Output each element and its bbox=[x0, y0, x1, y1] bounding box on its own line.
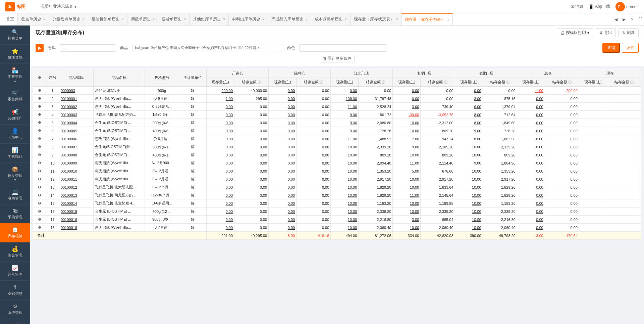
cell-fj-qty[interactable]: 0.00 bbox=[207, 151, 234, 159]
setting-btn[interactable]: 设置 bbox=[622, 43, 639, 53]
cell-na-qty[interactable]: 0.00 bbox=[393, 95, 421, 103]
cell-cc-qty[interactable]: 0.00 bbox=[269, 183, 297, 191]
cell-code[interactable]: 00100009 bbox=[59, 159, 93, 167]
company-selector[interactable]: 母婴行业演示陈套 ▾ bbox=[41, 4, 76, 9]
tab-inventory-check[interactable]: 盘点单历史 × bbox=[18, 13, 49, 26]
sidebar-item-wholesale[interactable]: 📦 批发管理 ▼ bbox=[0, 163, 30, 185]
cell-fj-qty[interactable]: 0.00 bbox=[207, 127, 234, 135]
cell-jb-qty[interactable]: 10.00 bbox=[331, 199, 359, 207]
sidebar-item-finance[interactable]: 💰 资金管理 bbox=[0, 242, 30, 262]
cell-fj-qty[interactable]: 0.00 bbox=[207, 183, 234, 191]
close-icon[interactable]: × bbox=[345, 17, 347, 21]
cell-zc-qty[interactable]: 0.00 bbox=[517, 127, 545, 135]
close-icon[interactable]: × bbox=[262, 17, 264, 21]
sidebar-item-search[interactable]: 🔍 搜索英单 bbox=[0, 26, 30, 45]
cell-settings[interactable]: ⚙ bbox=[33, 216, 46, 224]
cell-jb-qty[interactable]: 10.00 bbox=[331, 207, 359, 216]
tab-assemble[interactable]: 组装拆卸单历史 × bbox=[88, 13, 127, 26]
cell-code[interactable]: 00100003 bbox=[59, 111, 93, 119]
cell-yb-qty[interactable]: 10.00 bbox=[455, 175, 483, 183]
info-icon[interactable]: ⓘ bbox=[568, 80, 572, 84]
cell-na-qty[interactable]: 10.00 bbox=[393, 151, 421, 159]
cell-na-qty[interactable]: 10.00 bbox=[393, 175, 421, 183]
cell-fj-qty[interactable]: 0.00 bbox=[207, 119, 234, 127]
cell-cc-qty[interactable]: 0.00 bbox=[269, 111, 297, 119]
tab-material-out[interactable]: 材料出库单历史 × bbox=[229, 13, 268, 26]
cell-fj-qty[interactable]: 0.00 bbox=[207, 167, 234, 175]
info-icon[interactable]: ⓘ bbox=[506, 80, 509, 84]
sidebar-item-basics[interactable]: ℹ 基础信息 bbox=[0, 281, 30, 300]
cell-na-qty[interactable]: 11.00 bbox=[393, 159, 421, 167]
tab-home[interactable]: 首页 bbox=[3, 13, 18, 26]
cell-code[interactable]: 00100004 bbox=[59, 119, 93, 127]
cell-cc-qty[interactable]: 0.00 bbox=[269, 119, 297, 127]
cell-zc-qty[interactable]: 0.00 bbox=[517, 135, 545, 143]
cell-yb-qty[interactable]: 10.00 bbox=[455, 207, 483, 216]
cell-jb-qty[interactable]: 11.00 bbox=[331, 135, 359, 143]
cell-jb-qty[interactable]: 10.00 bbox=[331, 216, 359, 224]
cell-cc-qty[interactable]: 0.00 bbox=[269, 159, 297, 167]
cell-settings[interactable]: ⚙ bbox=[33, 103, 46, 111]
tab-requisition[interactable]: 要货单历史 × bbox=[158, 13, 190, 26]
cell-fj-qty[interactable]: 0.00 bbox=[207, 216, 234, 224]
settings-icon[interactable]: ⚙ bbox=[38, 76, 41, 80]
next-tab-btn[interactable]: ▶ bbox=[620, 13, 628, 26]
cell-jb-qty[interactable]: 11.00 bbox=[331, 103, 359, 111]
cell-settings[interactable]: ⚙ bbox=[33, 191, 46, 199]
cell-yb-qty[interactable]: 0.00 bbox=[455, 87, 483, 95]
cell-na-qty[interactable]: 3.00 bbox=[393, 216, 421, 224]
filter-expand-btn[interactable]: ▶ bbox=[36, 44, 44, 52]
cell-fj-qty[interactable]: 0.00 bbox=[207, 135, 234, 143]
cell-na-qty[interactable]: 10.00 bbox=[393, 224, 421, 232]
cell-settings[interactable]: ⚙ bbox=[33, 95, 46, 103]
cell-settings[interactable]: ⚙ bbox=[33, 151, 46, 159]
cell-settings[interactable]: ⚙ bbox=[33, 207, 46, 216]
cell-fj-qty[interactable]: 0.00 bbox=[207, 103, 234, 111]
cell-settings[interactable]: ⚙ bbox=[33, 111, 46, 119]
cell-cc-qty[interactable]: 0.00 bbox=[269, 207, 297, 216]
cell-fj-qty[interactable]: 1.00 bbox=[207, 95, 234, 103]
th-settings[interactable]: ⚙ bbox=[33, 69, 46, 87]
close-icon[interactable]: × bbox=[153, 17, 155, 21]
cell-zc-qty[interactable]: 0.00 bbox=[517, 191, 545, 199]
expand-conditions-btn[interactable]: ⊞ 展开更多条件 bbox=[320, 55, 355, 62]
close-icon[interactable]: × bbox=[184, 17, 186, 21]
cell-settings[interactable]: ⚙ bbox=[33, 127, 46, 135]
sidebar-item-operations[interactable]: 📈 经营管理 bbox=[0, 262, 30, 281]
cell-zc-qty[interactable]: 0.00 bbox=[517, 175, 545, 183]
cell-code[interactable]: 00100016 bbox=[59, 216, 93, 224]
cell-yb-qty[interactable]: 8.00 bbox=[455, 119, 483, 127]
cell-jb-qty[interactable]: 10.00 bbox=[331, 175, 359, 183]
cell-yb-qty[interactable]: 10.00 bbox=[455, 216, 483, 224]
info-icon[interactable]: ⓘ bbox=[382, 80, 385, 84]
cell-code[interactable]: 00100018 bbox=[59, 224, 93, 232]
cell-yb-qty[interactable]: 10.00 bbox=[455, 151, 483, 159]
cell-settings[interactable]: ⚙ bbox=[33, 167, 46, 175]
cell-yb-qty[interactable]: 3.00 bbox=[455, 95, 483, 103]
table-container[interactable]: ⚙ 序号 商品编码 商品名称 规格型号 主计量单位 厂家仓 陈村仓 江北门店 南… bbox=[30, 66, 644, 324]
close-icon[interactable]: × bbox=[83, 17, 85, 21]
cell-fj-qty[interactable]: 0.00 bbox=[207, 143, 234, 151]
cell-code[interactable]: 00100001 bbox=[59, 95, 93, 103]
cell-na-qty[interactable]: -39.00 bbox=[393, 111, 421, 119]
cell-code[interactable]: 00100015 bbox=[59, 207, 93, 216]
cell-jb-qty[interactable]: 10.00 bbox=[331, 151, 359, 159]
tab-transfer[interactable]: 调拨单历史 × bbox=[127, 13, 159, 26]
cell-code[interactable]: 00100008 bbox=[59, 151, 93, 159]
close-icon[interactable]: × bbox=[43, 17, 45, 21]
cell-cc-qty[interactable]: 0.00 bbox=[269, 216, 297, 224]
cell-yb-qty[interactable]: 8.00 bbox=[455, 111, 483, 119]
sidebar-item-retail-mgmt[interactable]: 🏪 零售管理 ▲ bbox=[0, 64, 30, 86]
tab-outbound-other[interactable]: 其他出库单历史 × bbox=[190, 13, 229, 26]
cell-jb-qty[interactable]: 0.00 bbox=[331, 87, 359, 95]
sidebar-item-retail-stats[interactable]: 📊 零售统计 bbox=[0, 144, 30, 163]
cell-zc-qty[interactable]: 0.00 bbox=[517, 216, 545, 224]
print-btn[interactable]: 🖨 按模版打印 ▾ bbox=[557, 28, 593, 37]
cell-cc-qty[interactable]: 0.00 bbox=[269, 127, 297, 135]
cell-code[interactable]: 00100013 bbox=[59, 191, 93, 199]
close-icon[interactable]: × bbox=[396, 17, 398, 21]
cell-zc-qty[interactable]: 0.00 bbox=[517, 95, 545, 103]
cell-na-qty[interactable]: 0.00 bbox=[393, 87, 421, 95]
cell-settings[interactable]: ⚙ bbox=[33, 119, 46, 127]
cell-settings[interactable]: ⚙ bbox=[33, 183, 46, 191]
